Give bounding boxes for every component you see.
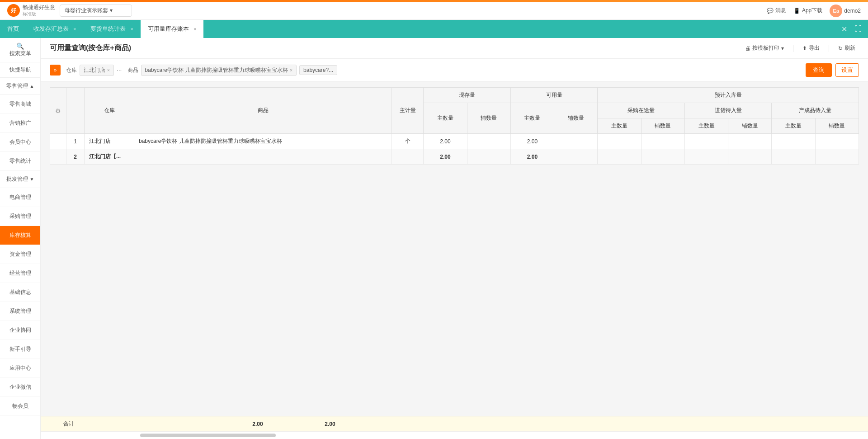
sidebar-item-ecommerce[interactable]: 电商管理	[0, 188, 40, 207]
sidebar-item-system[interactable]: 系统管理	[0, 302, 40, 321]
th-stock-group: 现存量	[424, 88, 511, 103]
close-order-tab[interactable]: ×	[130, 26, 133, 32]
remove-warehouse-tag[interactable]: ×	[107, 68, 110, 73]
table-row: 1 江北门店 babycare学饮杯 儿童防摔防撞吸管杯重力球吸嘴杯宝宝水杯 个…	[50, 134, 859, 149]
company-selector[interactable]: 母婴行业演示账套 ▾	[60, 5, 132, 17]
print-button[interactable]: 🖨 按模板打印 ▾	[741, 42, 788, 54]
sidebar-item-finance[interactable]: 资金管理	[0, 245, 40, 264]
warehouse-filter: 仓库 江北门店 × ···	[66, 65, 122, 76]
message-button[interactable]: 💬 消息	[767, 7, 786, 14]
tab-home[interactable]: 首页	[0, 20, 26, 38]
logo-area: 好 畅捷通好生意 标准版	[7, 4, 55, 17]
row2-product	[134, 149, 392, 165]
sidebar-item-new-guide[interactable]: 新手引导	[0, 340, 40, 359]
divider	[793, 45, 793, 52]
sidebar-item-retail-mall[interactable]: 零售商城	[0, 95, 40, 114]
th-incoming-aux: 辅数量	[728, 118, 772, 134]
row2-incoming-aux	[728, 149, 772, 165]
row2-stock-aux	[467, 149, 510, 165]
table-container[interactable]: ⚙ 仓库 商品 主计量 现存量 可用量 预计入库量 主数量 辅数量 主数量	[41, 82, 868, 416]
logo-icon: 好	[7, 4, 20, 17]
nav-tabs-right: ✕ ⛶	[840, 23, 868, 35]
user-menu[interactable]: Ea demo2	[830, 5, 861, 17]
th-incoming: 进货待入量	[684, 103, 772, 118]
logo-badge: 标准版	[23, 11, 55, 17]
refresh-button[interactable]: ↻ 刷新	[835, 42, 859, 54]
row1-stock-aux	[467, 134, 510, 149]
warehouse-label: 仓库	[66, 66, 77, 74]
th-purchase-main: 主数量	[598, 118, 641, 134]
tab-inventory[interactable]: 可用量库存账本 ×	[141, 20, 203, 38]
row1-stock-main: 2.00	[424, 134, 467, 149]
filter-area: » 仓库 江北门店 × ··· 商品 babycare学饮杯 儿童防摔防撞吸管杯…	[41, 59, 868, 82]
tab-order[interactable]: 要货单统计表 ×	[83, 20, 140, 38]
row1-avail-main: 2.00	[510, 134, 554, 149]
th-stock-main: 主数量	[424, 103, 467, 134]
row1-product: babycare学饮杯 儿童防摔防撞吸管杯重力球吸嘴杯宝宝水杯	[134, 134, 392, 149]
query-button[interactable]: 查询	[806, 63, 832, 77]
chevron-up-icon: ▲	[30, 84, 34, 89]
download-icon: 📱	[793, 8, 800, 14]
close-all-tabs[interactable]: ✕	[840, 23, 849, 35]
footer-stock-main: 2.00	[240, 421, 276, 427]
page-header: 可用量查询(按仓库+商品) 🖨 按模板打印 ▾ ⬆ 导出 ↻ 刷新	[41, 38, 868, 59]
sidebar-item-retail-mgmt[interactable]: 零售管理 ▲	[0, 78, 40, 95]
th-finished-main: 主数量	[772, 118, 815, 134]
th-index	[66, 88, 85, 134]
avatar: Ea	[830, 5, 842, 17]
row2-avail-main: 2.00	[510, 149, 554, 165]
sidebar: 🔍 搜索菜单 快捷导航 零售管理 ▲ 零售商城 营销推广 会员中心 零售统计 批…	[0, 38, 41, 439]
message-icon: 💬	[767, 8, 774, 14]
sidebar-item-member[interactable]: 会员中心	[0, 133, 40, 152]
sidebar-item-retail-stats[interactable]: 零售统计	[0, 152, 40, 171]
product-tag2[interactable]: babycare?...	[299, 65, 337, 75]
sidebar-item-app-center[interactable]: 应用中心	[0, 359, 40, 378]
sidebar-item-operations[interactable]: 经营管理	[0, 264, 40, 283]
th-warehouse: 仓库	[85, 88, 134, 134]
warehouse-tag[interactable]: 江北门店 ×	[80, 65, 114, 76]
th-planned-group: 预计入库量	[598, 88, 859, 103]
sidebar-item-wholesale[interactable]: 批发管理 ▼	[0, 171, 40, 188]
gear-icon[interactable]: ⚙	[55, 107, 61, 114]
row1-purchase-aux	[641, 134, 684, 149]
search-menu[interactable]: 🔍 搜索菜单	[0, 38, 40, 62]
scrollbar-area	[41, 431, 868, 439]
settings-button[interactable]: 设置	[835, 63, 859, 77]
close-income-tab[interactable]: ×	[73, 26, 76, 32]
sidebar-item-member2[interactable]: 畅会员	[0, 397, 40, 416]
filter-toggle-button[interactable]: »	[50, 65, 61, 76]
horizontal-scrollbar[interactable]	[140, 434, 276, 437]
close-inventory-tab[interactable]: ×	[193, 26, 196, 32]
header-left: 好 畅捷通好生意 标准版 母婴行业演示账套 ▾	[7, 4, 132, 17]
sidebar-item-quick-nav[interactable]: 快捷导航	[0, 62, 40, 78]
app-download-button[interactable]: 📱 App下载	[793, 7, 822, 14]
logo-name: 畅捷通好生意	[23, 4, 55, 10]
row2-settings	[50, 149, 66, 165]
divider2	[829, 45, 829, 52]
row1-unit: 个	[392, 134, 424, 149]
row1-incoming-main	[684, 134, 728, 149]
row1-warehouse: 江北门店	[85, 134, 134, 149]
footer-stock-aux	[276, 421, 312, 427]
th-product: 商品	[134, 88, 392, 134]
th-incoming-main: 主数量	[684, 118, 728, 134]
chevron-down-icon: ▾	[110, 7, 113, 14]
product-label: 商品	[127, 66, 138, 74]
page-actions: 🖨 按模板打印 ▾ ⬆ 导出 ↻ 刷新	[741, 42, 859, 54]
sidebar-item-purchase[interactable]: 采购管理	[0, 207, 40, 226]
sidebar-item-marketing[interactable]: 营销推广	[0, 114, 40, 133]
export-button[interactable]: ⬆ 导出	[799, 42, 823, 54]
main-layout: 🔍 搜索菜单 快捷导航 零售管理 ▲ 零售商城 营销推广 会员中心 零售统计 批…	[0, 38, 868, 439]
expand-tabs[interactable]: ⛶	[853, 23, 863, 35]
sidebar-item-inventory-check[interactable]: 库存核算	[0, 226, 40, 245]
sidebar-item-enterprise[interactable]: 企业协同	[0, 321, 40, 340]
tab-income[interactable]: 收发存汇总表 ×	[26, 20, 83, 38]
sidebar-item-enterprise-wechat[interactable]: 企业微信	[0, 378, 40, 397]
row2-stock-main: 2.00	[424, 149, 467, 165]
sidebar-item-basic-info[interactable]: 基础信息	[0, 283, 40, 302]
product-tag1[interactable]: babycare学饮杯 儿童防摔防撞吸管杯重力球吸嘴杯宝宝水杯 ×	[141, 65, 297, 76]
warehouse-more[interactable]: ···	[117, 66, 122, 74]
row1-finished-main	[772, 134, 815, 149]
th-finished-aux: 辅数量	[815, 118, 859, 134]
remove-product-tag1[interactable]: ×	[290, 68, 292, 73]
